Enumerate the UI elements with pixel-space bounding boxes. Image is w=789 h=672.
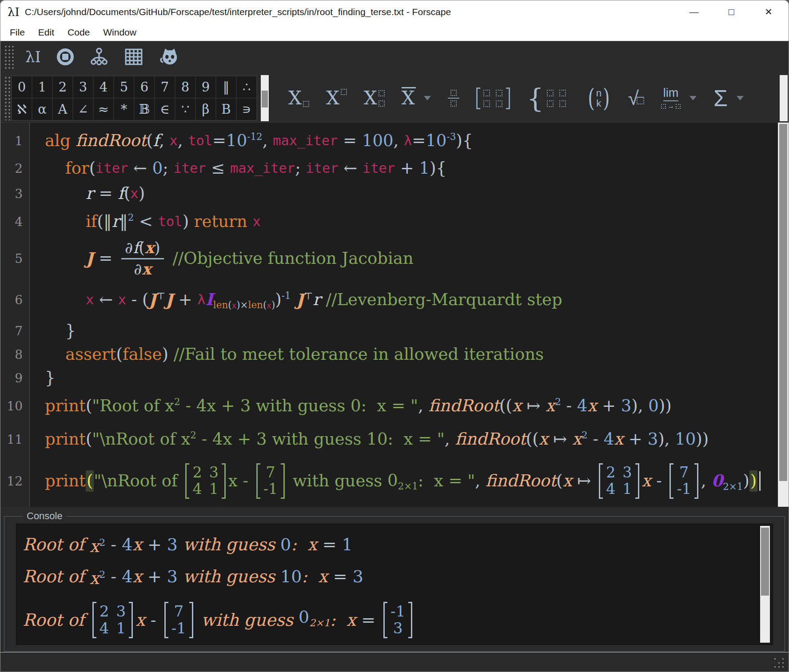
palette-cell[interactable]: ∵ <box>175 98 195 120</box>
radicand-box-icon <box>637 97 644 104</box>
code-line-content: assert(false) //Fail to meet tolerance i… <box>30 344 544 365</box>
window-controls: — □ ✕ <box>687 7 775 17</box>
symbol-tree-button[interactable] <box>90 48 108 66</box>
token: } <box>65 320 76 342</box>
forscape-logo-button[interactable]: λΙ <box>25 48 41 66</box>
palette-cell[interactable]: ∍ <box>236 98 257 120</box>
menu-window[interactable]: Window <box>96 24 143 40</box>
code-line-7[interactable]: 7} <box>0 320 789 342</box>
palette-cell[interactable]: 7 <box>155 76 175 98</box>
fraction-button[interactable] <box>448 90 459 107</box>
menu-code[interactable]: Code <box>61 24 96 40</box>
close-button[interactable]: ✕ <box>762 7 775 17</box>
palette-cell[interactable]: β <box>195 98 216 120</box>
line-number: 9 <box>0 371 30 386</box>
code-line-3[interactable]: 3r = f(x) <box>0 181 789 206</box>
palette-scrollbar-thumb[interactable] <box>262 91 268 107</box>
minimize-button[interactable]: — <box>687 7 701 17</box>
palette-cell[interactable]: B <box>216 98 236 120</box>
palette-cell[interactable]: 𝔹 <box>134 98 155 120</box>
palette-cell[interactable]: ∈ <box>155 98 175 120</box>
palette-cell[interactable]: A <box>52 98 73 120</box>
matrix-button[interactable] <box>476 87 510 109</box>
token: ){ <box>430 158 446 179</box>
code-line-1[interactable]: 1alg findRoot(f, x, tol=10-12, max_iter … <box>0 126 789 155</box>
superscript-x-icon: X <box>326 89 339 107</box>
accent-dropdown-arrow[interactable] <box>424 96 431 100</box>
palette-drag-handle[interactable] <box>4 76 10 120</box>
palette-cell[interactable]: 2 <box>52 76 73 98</box>
code-line-6[interactable]: 6x ← x - (J⊤J + λIlen(x)×len(x))-1 J⊤r /… <box>0 281 789 319</box>
console-scrollbar-thumb[interactable] <box>761 528 769 596</box>
palette-cell[interactable]: ∠ <box>73 98 93 120</box>
code-line-content: } <box>30 320 76 342</box>
accent-bar-button[interactable]: X <box>402 89 415 107</box>
sum-dropdown-arrow[interactable] <box>737 96 744 100</box>
palette-cell[interactable]: ≈ <box>93 98 114 120</box>
mathbar-scrollbar[interactable] <box>780 75 788 121</box>
line-number: 12 <box>0 474 30 489</box>
token: ∂ <box>134 260 142 278</box>
palette-cell[interactable]: ‖ <box>216 76 236 98</box>
palette-cell[interactable]: 9 <box>195 76 216 98</box>
code-line-2[interactable]: 2for(iter ← 0; iter ≤ max_iter; iter ← i… <box>0 156 789 180</box>
cases-button[interactable]: { <box>527 87 570 110</box>
palette-cell[interactable]: ∴ <box>236 76 257 98</box>
token: x <box>181 429 190 449</box>
palette-cell[interactable]: 4 <box>93 76 114 98</box>
token: , <box>159 130 170 151</box>
sqrt-button[interactable]: √ <box>628 88 644 108</box>
token: 2 <box>174 396 180 407</box>
code-line-10[interactable]: 10print("Root of x2 - 4x + 3 with guess … <box>0 390 789 422</box>
token: λ <box>404 130 412 151</box>
code-editor[interactable]: 1alg findRoot(f, x, tol=10-12, max_iter … <box>0 122 789 507</box>
token: J <box>296 290 304 310</box>
code-line-9[interactable]: 9} <box>0 367 789 389</box>
code-line-8[interactable]: 8assert(false) //Fail to meet tolerance … <box>0 343 789 366</box>
code-line-12[interactable]: 12print("\nRoot of 2341x - 7-1 with gues… <box>0 457 789 505</box>
toolbar-drag-handle[interactable] <box>4 45 16 69</box>
console-line-1: Root of x2 - 4x + 3 with guess 0: x = 1 <box>23 530 755 559</box>
limit-button[interactable]: lim → <box>661 86 681 110</box>
palette-cell[interactable]: 6 <box>134 76 155 98</box>
stop-button[interactable] <box>57 48 74 65</box>
editor-scrollbar-thumb[interactable] <box>779 124 787 481</box>
token: + <box>623 429 648 450</box>
code-line-4[interactable]: 4if(‖r‖2 < tol) return x <box>0 207 789 236</box>
editor-scrollbar[interactable] <box>778 123 789 507</box>
palette-cell[interactable]: 0 <box>12 76 32 98</box>
token: x <box>318 566 327 587</box>
palette-cell[interactable]: 3 <box>73 76 93 98</box>
console-scrollbar[interactable] <box>760 526 770 643</box>
menu-edit[interactable]: Edit <box>32 24 61 40</box>
palette-cell[interactable]: α <box>32 98 52 120</box>
token: x <box>307 534 317 555</box>
subscript-button[interactable]: X <box>288 89 309 107</box>
code-line-11[interactable]: 11print("\nRoot of x2 - 4x + 3 with gues… <box>0 423 789 456</box>
maximize-button[interactable]: □ <box>725 7 738 17</box>
github-button[interactable] <box>159 47 179 67</box>
token: , <box>394 130 404 151</box>
binomial-button[interactable]: ( nk ) <box>586 88 611 108</box>
token: J <box>149 290 157 310</box>
grid-view-button[interactable] <box>124 48 143 66</box>
code-line-5[interactable]: 5J = ∂f(x)∂x //Objective function Jacobi… <box>0 237 789 280</box>
palette-cell[interactable]: ℵ <box>12 98 32 120</box>
palette-cell[interactable]: 5 <box>114 76 134 98</box>
menu-file[interactable]: File <box>3 24 32 40</box>
palette-cell[interactable]: * <box>114 98 134 120</box>
resize-grip[interactable] <box>774 658 785 669</box>
palette-cell[interactable]: 1 <box>32 76 52 98</box>
palette-cell[interactable]: 8 <box>175 76 195 98</box>
console-output[interactable]: Root of x2 - 4x + 3 with guess 0: x = 1R… <box>16 524 773 645</box>
superscript-button[interactable]: X <box>326 89 347 107</box>
token: 2 <box>128 212 134 223</box>
subsuperscript-button[interactable]: X <box>364 89 385 107</box>
token: return <box>194 211 253 232</box>
limit-dropdown-arrow[interactable] <box>689 96 697 100</box>
token: ) <box>271 299 275 310</box>
token: //Objective function Jacobian <box>172 248 413 269</box>
token: assert <box>65 344 116 365</box>
sum-button[interactable]: Σ <box>713 87 728 110</box>
palette-scrollbar[interactable] <box>261 75 269 121</box>
